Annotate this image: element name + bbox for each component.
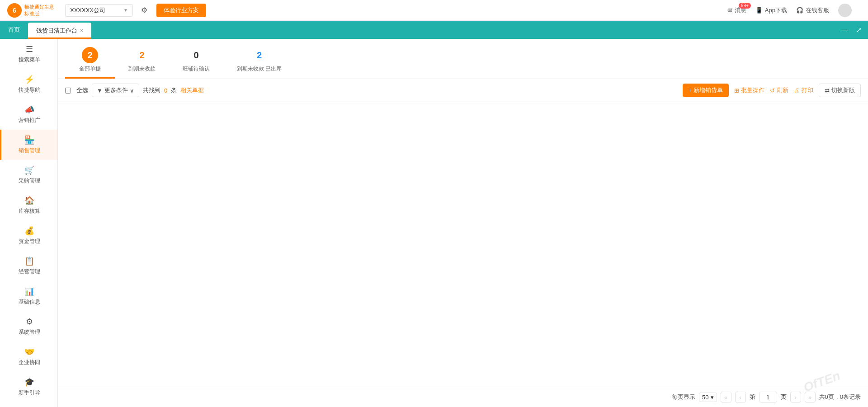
logo-title: 畅捷通好生意 bbox=[24, 4, 54, 10]
settings-button[interactable]: ⚙ bbox=[137, 4, 151, 17]
pagination: 每页显示 50 ▾ « ‹ 第 页 › » 共0页，0条记录 bbox=[58, 387, 868, 407]
select-all-label: 全选 bbox=[76, 86, 88, 94]
sidebar-item-app-center[interactable]: 📦 应用中心 bbox=[0, 402, 57, 407]
select-all-checkbox[interactable] bbox=[65, 88, 71, 94]
online-service-button[interactable]: 🎧 在线客服 bbox=[796, 6, 829, 14]
close-tab-icon[interactable]: × bbox=[80, 28, 83, 34]
sidebar-item-purchase-label: 采购管理 bbox=[19, 177, 40, 185]
print-label: 打印 bbox=[802, 86, 813, 94]
filter-button[interactable]: ▼ 更多条件 ∨ bbox=[92, 84, 139, 97]
sidebar-item-sales[interactable]: 🏪 销售管理 bbox=[0, 130, 57, 160]
sidebar-item-purchase[interactable]: 🛒 采购管理 bbox=[0, 160, 57, 190]
switch-icon: ⇄ bbox=[825, 87, 830, 94]
sidebar-item-cooperation[interactable]: 🤝 企业协同 bbox=[0, 342, 57, 372]
per-page-chevron-icon: ▾ bbox=[711, 394, 714, 401]
cooperation-icon: 🤝 bbox=[24, 347, 34, 357]
sidebar-item-sales-label: 销售管理 bbox=[19, 147, 40, 154]
inventory-icon: 🏠 bbox=[24, 196, 34, 206]
stat-label-overdue: 到期未收款 bbox=[128, 65, 156, 73]
message-button[interactable]: ✉ 消息 99 bbox=[727, 6, 746, 14]
add-sales-order-button[interactable]: + 新增销货单 bbox=[683, 84, 729, 97]
tab-home-label: 首页 bbox=[8, 26, 20, 34]
tab-home[interactable]: 首页 bbox=[0, 21, 28, 39]
main-layout: ☰ 搜索菜单 ⚡ 快捷导航 📣 营销推广 🏪 销售管理 🛒 采购管理 🏠 库存核… bbox=[0, 39, 868, 407]
stat-tab-overdue[interactable]: 2 到期未收款 bbox=[115, 43, 169, 79]
logo: 6 畅捷通好生意 标准版 bbox=[7, 3, 65, 18]
stat-label-shipped: 到期未收款 已出库 bbox=[237, 65, 282, 73]
stat-label-all: 全部单据 bbox=[79, 65, 101, 73]
found-count: 0 bbox=[164, 87, 167, 94]
message-icon: ✉ bbox=[727, 7, 732, 14]
app-download-button[interactable]: 📱 App下载 bbox=[755, 6, 787, 14]
filter-label: 更多条件 bbox=[104, 86, 128, 94]
search-menu-icon: ☰ bbox=[26, 44, 33, 54]
app-download-icon: 📱 bbox=[755, 7, 763, 14]
chevron-down-icon: ▼ bbox=[123, 8, 128, 13]
page-number-input[interactable] bbox=[759, 392, 777, 402]
switch-label: 切换新版 bbox=[831, 86, 855, 94]
stat-count-all: 2 bbox=[82, 47, 98, 63]
nav-right-actions: — ⤢ bbox=[839, 24, 868, 36]
message-badge: 99 bbox=[739, 3, 751, 9]
refresh-label: 刷新 bbox=[777, 86, 788, 94]
batch-operation-button[interactable]: ⊞ 批量操作 bbox=[734, 86, 764, 94]
sidebar-item-cooperation-label: 企业协同 bbox=[19, 359, 40, 366]
purchase-icon: 🛒 bbox=[24, 165, 34, 175]
maximize-button[interactable]: ⤢ bbox=[854, 24, 863, 36]
sidebar-item-finance[interactable]: 💰 资金管理 bbox=[0, 220, 57, 251]
found-unit: 条 bbox=[171, 86, 177, 94]
toolbar: 全选 ▼ 更多条件 ∨ 共找到 0 条 相关单据 + 新增销货单 ⊞ 批量操作 … bbox=[58, 79, 868, 102]
sidebar-item-quick-nav[interactable]: ⚡ 快捷导航 bbox=[0, 69, 57, 99]
finance-icon: 💰 bbox=[24, 226, 34, 236]
system-icon: ⚙ bbox=[26, 317, 33, 327]
sidebar-item-search-menu[interactable]: ☰ 搜索菜单 bbox=[0, 39, 57, 69]
tab-cash-flow[interactable]: 钱货日清工作台 × bbox=[28, 23, 91, 39]
sidebar-item-quick-nav-label: 快捷导航 bbox=[19, 86, 40, 94]
tab-indicator bbox=[28, 37, 91, 39]
prev-page-button[interactable]: ‹ bbox=[735, 392, 746, 402]
print-button[interactable]: 🖨 打印 bbox=[794, 86, 813, 94]
nav-tabs: 首页 钱货日清工作台 × — ⤢ bbox=[0, 21, 868, 39]
switch-version-button[interactable]: ⇄ 切换新版 bbox=[819, 84, 861, 97]
found-prefix: 共找到 bbox=[143, 86, 160, 94]
page-suffix: 页 bbox=[781, 393, 787, 401]
stat-count-overdue: 2 bbox=[134, 47, 150, 63]
company-selector[interactable]: XXXXXX公司 ▼ bbox=[65, 4, 133, 17]
refresh-button[interactable]: ↺ 刷新 bbox=[770, 86, 788, 94]
stat-count-shipped: 2 bbox=[251, 47, 268, 63]
trial-button[interactable]: 体验行业方案 bbox=[156, 4, 206, 17]
minimize-button[interactable]: — bbox=[839, 24, 849, 36]
stat-tab-pending[interactable]: 0 旺辅待确认 bbox=[169, 43, 223, 79]
sidebar-item-guide[interactable]: 🎓 新手引导 bbox=[0, 372, 57, 402]
content-area: 2 全部单据 2 到期未收款 0 旺辅待确认 2 到期未收款 已出库 全选 ▼ … bbox=[58, 39, 868, 407]
first-page-button[interactable]: « bbox=[721, 392, 731, 402]
page-prefix: 第 bbox=[750, 393, 755, 401]
logo-subtitle: 标准版 bbox=[24, 10, 54, 17]
sidebar-item-inventory[interactable]: 🏠 库存核算 bbox=[0, 190, 57, 220]
sidebar-item-guide-label: 新手引导 bbox=[19, 389, 40, 397]
related-records-link[interactable]: 相关单据 bbox=[180, 86, 204, 94]
per-page-select[interactable]: 50 ▾ bbox=[699, 393, 717, 402]
sidebar-item-marketing[interactable]: 📣 营销推广 bbox=[0, 99, 57, 130]
next-page-button[interactable]: › bbox=[790, 392, 801, 402]
stat-tab-shipped[interactable]: 2 到期未收款 已出库 bbox=[223, 43, 295, 79]
sidebar-item-basic-info[interactable]: 📊 基础信息 bbox=[0, 281, 57, 311]
per-page-value: 50 bbox=[702, 394, 708, 401]
top-right: ✉ 消息 99 📱 App下载 🎧 在线客服 bbox=[727, 4, 861, 17]
last-page-button[interactable]: » bbox=[805, 392, 816, 402]
marketing-icon: 📣 bbox=[24, 105, 34, 115]
stat-label-pending: 旺辅待确认 bbox=[183, 65, 210, 73]
quick-nav-icon: ⚡ bbox=[24, 75, 34, 84]
avatar[interactable] bbox=[838, 4, 852, 17]
online-service-label: 在线客服 bbox=[806, 6, 829, 14]
sidebar-item-system[interactable]: ⚙ 系统管理 bbox=[0, 311, 57, 342]
stat-count-pending: 0 bbox=[188, 47, 204, 63]
sidebar-item-finance-label: 资金管理 bbox=[19, 238, 40, 245]
sidebar-item-operations[interactable]: 📋 经营管理 bbox=[0, 251, 57, 281]
stat-tab-all[interactable]: 2 全部单据 bbox=[65, 43, 115, 79]
sidebar-item-marketing-label: 营销推广 bbox=[19, 117, 40, 124]
sidebar-item-operations-label: 经营管理 bbox=[19, 268, 40, 276]
filter-icon: ▼ bbox=[97, 87, 103, 94]
table-area bbox=[58, 102, 868, 387]
company-name: XXXXXX公司 bbox=[70, 6, 121, 14]
